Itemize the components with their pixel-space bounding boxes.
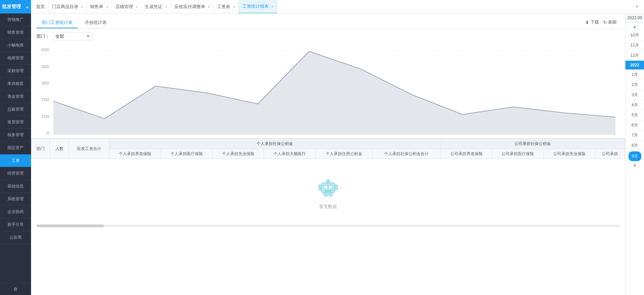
svg-rect-18 [319,185,321,190]
sidebar-item-jingying[interactable]: 经营管理 [0,167,31,180]
sidebar-arrow-icon: ▲ [26,5,29,9]
th-personal-pension: 个人承担养老保险 [109,149,161,159]
sidebar-item-yingxiao[interactable]: 营销推广 [0,13,31,26]
sidebar-header[interactable]: 批发管理 ▲ [0,0,31,13]
date-month-apr[interactable]: 4月 [625,100,644,110]
svg-text:0: 0 [47,130,49,135]
date-month-may[interactable]: 5月 [625,110,644,120]
chart-area: 0 100 200 300 400 500 [31,44,625,138]
svg-text:100: 100 [42,114,49,119]
sidebar: 批发管理 ▲ 营销推广 销售管理 小畅电商 电商管理 采购管理 库存核算 资金管… [0,0,31,295]
date-panel: 2022.09 ▲ 10月 11月 12月 2022 1月 2月 3月 4月 5… [625,13,644,295]
tab-close-generate-voucher[interactable]: × [165,5,167,9]
tab-generate-voucher[interactable]: 生成凭证 × [141,0,171,13]
toolbar-right: ⬇ 下载 ↻ 刷新 [585,19,620,27]
svg-rect-14 [329,185,332,189]
tab-store-manage[interactable]: 店铺管理 × [112,0,141,13]
th-company-unemployment: 公司承担失业保险 [544,149,595,159]
download-icon: ⬇ [585,20,589,25]
th-personal-large-medical: 个人承担大额医疗 [264,149,316,159]
tab-sales-order[interactable]: 销售单 × [87,0,112,13]
chart-svg: 0 100 200 300 400 500 [36,44,620,138]
date-panel-down-nav[interactable]: ▼ [625,162,644,170]
th-dept: 部门 [31,139,50,159]
th-personal-unemployment: 个人承担失业保险 [212,149,264,159]
date-month-dec[interactable]: 12月 [625,51,644,61]
data-table: 部门 人数 应发工资合计 个人承担社保公积金 公司承担社保公积金 个人承担养老保… [31,139,625,223]
horizontal-scrollbar[interactable] [36,225,620,227]
download-button[interactable]: ⬇ 下载 [585,19,599,25]
date-year-2022-label[interactable]: 2022 [625,61,644,70]
table-empty-row: 暂无数据 [31,159,625,224]
sub-tab-dept[interactable]: 部门工资统计表 [36,18,78,28]
sidebar-settings[interactable]: ⚙ [0,283,31,295]
th-count: 人数 [50,139,69,159]
tab-bar: 首页 门店商品目录 × 销售单 × 店铺管理 × 生成凭证 × 应收应付调整单 … [31,0,644,13]
table-header-row1: 部门 人数 应发工资合计 个人承担社保公积金 公司承担社保公积金 [31,139,625,149]
date-month-jun[interactable]: 6月 [625,120,644,130]
sidebar-item-shuiwu[interactable]: 税务管理 [0,129,31,142]
th-personal-total: 个人承担社保公积金合计 [373,149,440,159]
sidebar-item-xitong[interactable]: 系统管理 [0,193,31,206]
tab-close-payroll-report[interactable]: × [271,4,273,8]
th-personal-housing-fund: 个人承担住房公积金 [316,149,373,159]
sidebar-item-dianshang[interactable]: 电商管理 [0,52,31,65]
th-personal-insurance-group: 个人承担社保公积金 [109,139,441,149]
tab-close-store-catalog[interactable]: × [81,5,83,9]
empty-robot-icon [315,173,342,200]
scrollbar-thumb[interactable] [36,225,104,227]
sidebar-item-fapiao[interactable]: 发票管理 [0,116,31,129]
tab-close-sales-order[interactable]: × [106,5,108,9]
date-month-sep[interactable]: 9月 [628,151,641,161]
tab-bar-actions: × [634,2,643,11]
svg-rect-21 [329,193,332,196]
sidebar-item-zijin[interactable]: 资金管理 [0,90,31,103]
svg-point-17 [327,179,329,181]
empty-label: 暂无数据 [319,204,337,210]
sidebar-item-jichu[interactable]: 基础信息 [0,180,31,193]
sidebar-item-qiye[interactable]: 企业协同 [0,206,31,218]
sidebar-item-caigou[interactable]: 采购管理 [0,65,31,78]
tab-payroll-report[interactable]: 工资统计报表 × [239,0,277,13]
tab-home[interactable]: 首页 [32,0,49,13]
settings-icon: ⚙ [14,287,18,292]
tab-store-catalog[interactable]: 门店商品目录 × [49,0,87,13]
table-wrapper[interactable]: 部门 人数 应发工资合计 个人承担社保公积金 公司承担社保公积金 个人承担养老保… [31,138,625,295]
sidebar-item-xinshou[interactable]: 新手引导 [0,218,31,231]
sidebar-item-xiaochangdianshang[interactable]: 小畅电商 [0,39,31,52]
th-company-insurance-group: 公司承担社保公积金 [440,139,625,149]
date-month-feb[interactable]: 2月 [625,80,644,90]
tab-ar-ap-adjust[interactable]: 应收应付调整单 × [171,0,214,13]
tab-close-payroll[interactable]: × [233,5,235,9]
tab-payroll[interactable]: 工资表 × [214,0,239,13]
sub-tab-bar: 部门工资统计表 月份统计表 ⬇ 下载 ↻ 刷新 [31,13,625,29]
date-month-jan[interactable]: 1月 [625,70,644,80]
page-content: 部门工资统计表 月份统计表 ⬇ 下载 ↻ 刷新 [31,13,644,295]
window-close-icon[interactable]: × [634,2,640,11]
sub-tab-month[interactable]: 月份统计表 [79,18,112,28]
sidebar-item-xiaoshou[interactable]: 销售管理 [0,26,31,39]
chart-area-fill [53,51,615,134]
sidebar-item-gudingzichan[interactable]: 固定资产 [0,142,31,154]
date-month-jul[interactable]: 7月 [625,130,644,141]
date-month-nov[interactable]: 11月 [625,40,644,51]
sidebar-item-zongzhang[interactable]: 总账管理 [0,103,31,116]
svg-rect-15 [325,190,331,191]
dept-toolbar: 部门： 全部 销售部 财务部 行政部 [31,29,625,44]
th-total-salary: 应发工资合计 [69,139,109,159]
tab-close-ar-ap-adjust[interactable]: × [208,5,210,9]
sidebar-item-yunyingyong[interactable]: 云应用 [0,231,31,244]
date-panel-up-nav[interactable]: ▲ [625,23,644,30]
refresh-button[interactable]: ↻ 刷新 [603,19,617,25]
svg-text:500: 500 [42,48,49,52]
dept-select[interactable]: 全部 销售部 财务部 行政部 [52,32,93,40]
dept-label: 部门： [36,33,50,39]
th-company-medical: 公司承担医疗保险 [492,149,544,159]
sidebar-item-kucun[interactable]: 库存核算 [0,78,31,90]
tab-close-store-manage[interactable]: × [136,5,138,9]
main-content: 首页 门店商品目录 × 销售单 × 店铺管理 × 生成凭证 × 应收应付调整单 … [31,0,644,295]
date-month-aug[interactable]: 8月 [625,141,644,151]
date-month-oct[interactable]: 10月 [625,30,644,40]
date-month-mar[interactable]: 3月 [625,90,644,100]
sidebar-item-gongzi[interactable]: 工资 [0,154,31,167]
